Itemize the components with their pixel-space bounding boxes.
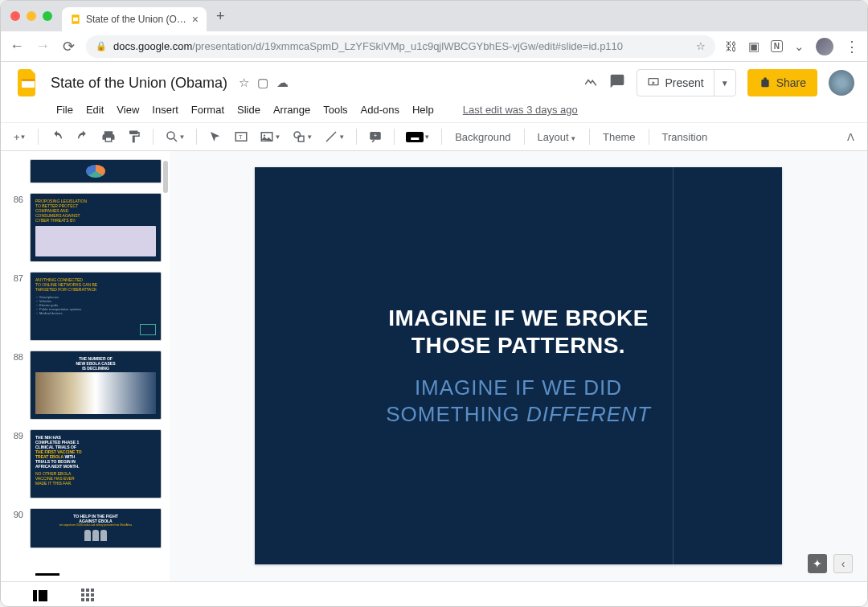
extension-icon[interactable]: ▣ (748, 39, 760, 54)
menu-edit[interactable]: Edit (80, 100, 109, 119)
menu-format[interactable]: Format (186, 100, 230, 119)
fill-color-tool[interactable]: ▬▼ (401, 129, 435, 146)
account-avatar[interactable] (829, 70, 854, 96)
explore-button[interactable]: ✦ (808, 554, 827, 573)
slide-thumbnail[interactable]: PROPOSING LEGISLATIONTO BETTER PROTECTCO… (30, 193, 162, 262)
minimize-window-button[interactable] (27, 11, 36, 21)
menu-slide[interactable]: Slide (231, 100, 266, 119)
svg-rect-14 (33, 590, 37, 601)
present-button[interactable]: Present ▼ (637, 69, 735, 96)
theme-button[interactable]: Theme (596, 128, 641, 146)
close-window-button[interactable] (10, 11, 20, 21)
toolbar: +▼ ▼ T ▼ ▼ ▼ + ▬▼ Background Layout ▼ Th… (1, 122, 867, 151)
svg-point-5 (167, 132, 174, 139)
new-tab-button[interactable]: + (210, 8, 231, 25)
expand-button[interactable]: ‹ (833, 554, 853, 573)
svg-rect-20 (86, 593, 89, 597)
svg-rect-15 (39, 590, 47, 601)
guide-line (673, 167, 674, 564)
svg-rect-19 (81, 593, 84, 597)
new-slide-button[interactable]: +▼ (9, 128, 31, 146)
slides-logo-icon[interactable] (14, 68, 43, 97)
reload-button[interactable]: ⟳ (60, 38, 76, 55)
grid-view-button[interactable] (81, 589, 94, 605)
view-switcher (1, 581, 867, 607)
svg-rect-16 (81, 589, 84, 592)
comment-tool[interactable]: + (363, 126, 387, 147)
back-button[interactable]: ← (9, 38, 25, 55)
layout-button[interactable]: Layout ▼ (531, 128, 583, 146)
scrollbar-thumb[interactable] (163, 161, 168, 193)
svg-rect-1 (73, 18, 78, 22)
slide-thumbnail[interactable]: TO HELP IN THE FIGHTAGAINST EBOLAwe surg… (30, 508, 162, 548)
menu-tools[interactable]: Tools (317, 100, 353, 119)
lock-icon: 🔒 (96, 41, 107, 51)
svg-text:T: T (239, 133, 243, 141)
zoom-button[interactable]: ▼ (160, 126, 190, 147)
browser-tabstrip: State of the Union (Obama) - G × + (62, 1, 231, 31)
slide-thumbnail[interactable]: ANYTHING CONNECTEDTO ONLINE NETWORKS CAN… (30, 272, 162, 341)
svg-rect-21 (91, 593, 94, 597)
menu-view[interactable]: View (111, 100, 145, 119)
svg-point-10 (294, 132, 301, 138)
line-tool[interactable]: ▼ (319, 126, 350, 147)
extension-icon[interactable]: N (771, 40, 783, 52)
document-title[interactable]: State of the Union (Obama) (51, 75, 227, 92)
thumb-number: 90 (9, 508, 23, 519)
star-icon[interactable]: ☆ (696, 40, 706, 52)
forward-button[interactable]: → (35, 38, 51, 55)
textbox-tool[interactable]: T (229, 126, 253, 147)
menu-insert[interactable]: Insert (146, 100, 184, 119)
redo-button[interactable] (71, 126, 95, 147)
slide-canvas[interactable]: IMAGINE IF WE BROKETHOSE PATTERNS. IMAGI… (170, 151, 867, 581)
paint-format-button[interactable] (122, 126, 146, 147)
collapse-toolbar-button[interactable]: ᐱ (842, 128, 859, 146)
background-button[interactable]: Background (448, 128, 517, 146)
slide-thumbnail[interactable]: THE NUMBER OFNEW EBOLA CASESIS DECLINING (30, 351, 162, 420)
select-tool[interactable] (203, 126, 227, 147)
menu-addons[interactable]: Add-ons (355, 100, 405, 119)
app-header: State of the Union (Obama) ☆ ▢ ☁ Present… (1, 62, 867, 122)
thumbnail-strip[interactable]: 86 PROPOSING LEGISLATIONTO BETTER PROTEC… (1, 151, 170, 581)
tab-title: State of the Union (Obama) - G (86, 14, 187, 25)
svg-rect-23 (86, 598, 89, 601)
extension-icon[interactable]: ⛓ (725, 39, 737, 53)
share-button[interactable]: Share (747, 69, 817, 96)
browser-tab[interactable]: State of the Union (Obama) - G × (62, 7, 207, 31)
transition-button[interactable]: Transition (656, 128, 714, 146)
shape-tool[interactable]: ▼ (287, 126, 317, 147)
pocket-icon[interactable]: ⌄ (794, 39, 805, 54)
image-tool[interactable]: ▼ (255, 126, 285, 147)
slide-heading: IMAGINE IF WE BROKETHOSE PATTERNS. (386, 305, 651, 359)
address-bar[interactable]: 🔒 docs.google.com/presentation/d/19xmmca… (86, 35, 715, 58)
browser-menu-button[interactable]: ⋮ (845, 38, 859, 55)
svg-rect-22 (81, 598, 84, 601)
filmstrip-view-button[interactable] (33, 590, 47, 604)
last-edit-link[interactable]: Last edit was 3 days ago (457, 100, 583, 119)
svg-rect-24 (91, 598, 94, 601)
extension-icons: ⛓ ▣ N ⌄ ⋮ (725, 38, 859, 55)
menu-help[interactable]: Help (407, 100, 440, 119)
svg-text:+: + (374, 132, 378, 139)
print-button[interactable] (96, 126, 121, 147)
traffic-lights (10, 11, 52, 21)
undo-button[interactable] (45, 126, 69, 147)
slides-favicon-icon (70, 14, 81, 25)
svg-point-9 (264, 134, 265, 136)
menu-file[interactable]: File (51, 100, 79, 119)
menu-arrange[interactable]: Arrange (268, 100, 316, 119)
move-document-icon[interactable]: ▢ (257, 76, 268, 90)
activity-icon[interactable] (583, 74, 598, 92)
thumb-number: 88 (9, 351, 23, 362)
slide-thumbnail[interactable]: THE NIH HASCOMPLETED PHASE 1CLINICAL TRI… (30, 429, 162, 498)
comments-icon[interactable] (609, 73, 625, 93)
url-text: docs.google.com/presentation/d/19xmmcaSp… (113, 40, 623, 52)
star-document-icon[interactable]: ☆ (239, 76, 249, 90)
current-slide[interactable]: IMAGINE IF WE BROKETHOSE PATTERNS. IMAGI… (255, 167, 782, 564)
browser-toolbar: ← → ⟳ 🔒 docs.google.com/presentation/d/1… (1, 31, 867, 62)
present-dropdown[interactable]: ▼ (714, 79, 735, 88)
profile-avatar[interactable] (816, 38, 833, 55)
close-tab-icon[interactable]: × (192, 13, 199, 26)
maximize-window-button[interactable] (43, 11, 52, 21)
slide-thumbnail[interactable] (30, 159, 162, 183)
